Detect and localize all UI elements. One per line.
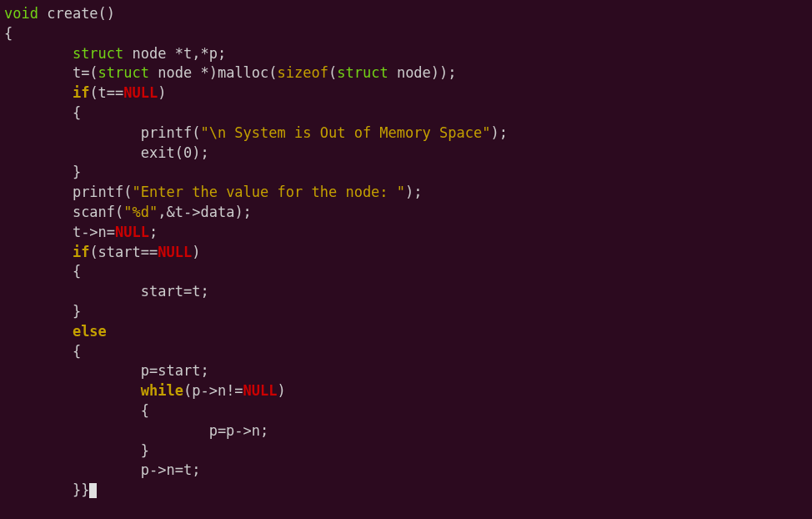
code-line: } [4, 164, 81, 180]
keyword-if: if [73, 84, 89, 101]
code-text: scanf( [73, 204, 123, 220]
code-line: if(start==NULL) [4, 244, 200, 260]
code-text: printf( [141, 124, 201, 141]
keyword-void: void [4, 5, 38, 22]
keyword-struct: struct [98, 64, 149, 81]
code-line: { [4, 402, 149, 419]
null-literal: NULL [243, 382, 278, 399]
keyword-while: while [141, 382, 183, 399]
code-text: exit( [141, 144, 183, 161]
null-literal: NULL [115, 224, 149, 240]
code-text: printf( [73, 184, 133, 200]
function-name: create() [38, 5, 115, 22]
number-literal: 0 [183, 144, 192, 161]
code-line: { [4, 104, 81, 121]
code-line: exit(0); [4, 144, 209, 161]
string-literal: "%d" [123, 204, 158, 220]
code-line: struct node *t,*p; [4, 45, 226, 62]
code-text: t=( [73, 64, 98, 81]
code-line: p->n=t; [4, 461, 200, 478]
code-text: ,&t->data); [158, 204, 252, 220]
code-line: p=p->n; [4, 422, 268, 439]
brace-close: }} [73, 481, 89, 498]
brace-open: { [73, 104, 81, 121]
keyword-struct: struct [337, 64, 388, 81]
code-editor[interactable]: void create() { struct node *t,*p; t=(st… [4, 4, 808, 501]
code-line: scanf("%d",&t->data); [4, 204, 252, 220]
brace-close: } [73, 303, 81, 320]
code-text: ); [192, 144, 208, 161]
code-text: ) [192, 244, 200, 260]
declaration: node *t,*p; [123, 45, 226, 62]
code-line: t=(struct node *)malloc(sizeof(struct no… [4, 64, 457, 81]
code-line: void create() [4, 5, 115, 22]
brace-open: { [141, 402, 149, 419]
code-text: ) [158, 84, 166, 101]
brace-open: { [73, 263, 81, 280]
cursor-icon [89, 483, 97, 498]
code-text: (p->n!= [183, 382, 243, 399]
code-text: p=p->n; [209, 422, 269, 439]
code-line: p=start; [4, 362, 209, 379]
string-literal: "\n System is Out of Memory Space" [200, 124, 490, 141]
code-line: start=t; [4, 283, 209, 300]
code-text: ( [328, 64, 337, 81]
keyword-else: else [73, 323, 107, 340]
code-text: (t== [89, 84, 123, 101]
keyword-struct: struct [73, 45, 123, 62]
code-text: ; [149, 224, 158, 240]
code-line: } [4, 442, 149, 459]
code-text: node *)malloc( [149, 64, 278, 81]
code-line: t->n=NULL; [4, 224, 158, 240]
code-text: p->n=t; [141, 461, 201, 478]
code-text: start=t; [141, 283, 209, 300]
keyword-sizeof: sizeof [278, 64, 328, 81]
code-text: ); [490, 124, 507, 141]
code-line: printf("Enter the value for the node: ")… [4, 184, 423, 200]
brace-close: } [73, 164, 81, 180]
string-literal: "Enter the value for the node: " [133, 184, 406, 200]
code-line: }} [4, 481, 97, 498]
brace-open: { [73, 343, 81, 360]
code-line: printf("\n System is Out of Memory Space… [4, 124, 508, 141]
brace-open: { [4, 25, 13, 42]
code-line: while(p->n!=NULL) [4, 382, 286, 399]
code-text: t->n= [73, 224, 115, 240]
code-text: (start== [89, 244, 158, 260]
brace-close: } [141, 442, 149, 459]
code-text: ) [278, 382, 286, 399]
code-line: { [4, 263, 81, 280]
null-literal: NULL [123, 84, 158, 101]
null-literal: NULL [158, 244, 192, 260]
code-line: { [4, 343, 81, 360]
code-line: if(t==NULL) [4, 84, 167, 101]
code-text: p=start; [141, 362, 209, 379]
keyword-if: if [73, 244, 89, 260]
code-text: node)); [388, 64, 457, 81]
code-line: else [4, 323, 107, 340]
code-line: } [4, 303, 81, 320]
code-text: ); [405, 184, 422, 200]
